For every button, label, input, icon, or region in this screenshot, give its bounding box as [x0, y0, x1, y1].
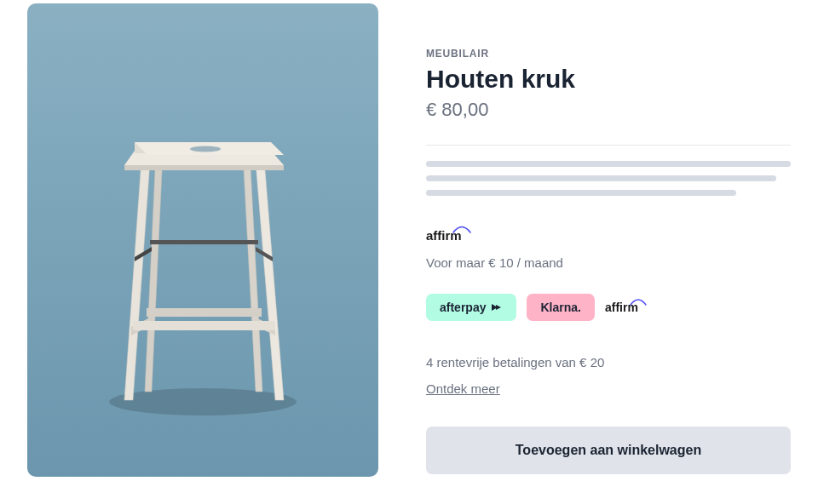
affirm-badge[interactable]: affirm — [605, 294, 648, 321]
discover-more-link[interactable]: Ontdek meer — [426, 381, 500, 396]
affirm-badge-icon: affirm — [605, 299, 648, 316]
product-price: € 80,00 — [426, 99, 791, 121]
product-image — [27, 3, 378, 477]
divider — [426, 145, 791, 146]
payment-badges: afterpay Klarna. affirm — [426, 294, 791, 321]
afterpay-label: afterpay — [440, 301, 486, 314]
svg-point-4 — [190, 146, 221, 152]
placeholder-line — [426, 161, 791, 167]
placeholder-line — [426, 190, 736, 196]
svg-text:affirm: affirm — [605, 301, 638, 314]
product-title: Houten kruk — [426, 65, 791, 94]
svg-rect-2 — [147, 308, 262, 317]
monthly-payment-text: Voor maar € 10 / maand — [426, 255, 791, 270]
svg-rect-3 — [133, 321, 275, 330]
add-to-cart-button[interactable]: Toevoegen aan winkelwagen — [426, 427, 791, 474]
stool-illustration — [84, 61, 322, 419]
product-category: MEUBILAIR — [426, 48, 791, 60]
svg-point-0 — [109, 388, 297, 415]
placeholder-line — [426, 175, 776, 181]
affirm-section: affirm — [426, 226, 791, 247]
klarna-badge[interactable]: Klarna. — [527, 294, 594, 321]
product-details: MEUBILAIR Houten kruk € 80,00 affirm Voo… — [426, 3, 791, 477]
svg-text:affirm: affirm — [426, 228, 462, 243]
afterpay-icon — [489, 301, 503, 314]
installment-text: 4 rentevrije betalingen van € 20 — [426, 355, 791, 369]
svg-rect-1 — [150, 240, 258, 244]
affirm-logo-icon: affirm — [426, 226, 472, 242]
description-placeholder — [426, 161, 791, 196]
afterpay-badge[interactable]: afterpay — [426, 294, 516, 321]
